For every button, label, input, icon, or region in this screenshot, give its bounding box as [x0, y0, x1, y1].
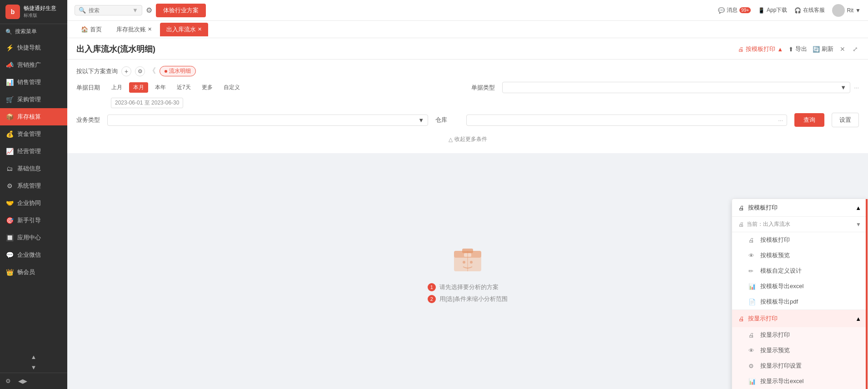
operation-icon: 📈: [5, 147, 14, 155]
filter-row-date-range: 2023-06-01 至 2023-06-30: [76, 98, 859, 108]
date-btn-last-month[interactable]: 上月: [107, 82, 126, 93]
content-area: 1 请先选择要分析的方案 2 用[选]条件来缩小分析范围: [67, 153, 868, 389]
dropdown-display-content: 🖨 按显示打印 👁 按显示预览 ⚙ 按显示打印设置: [732, 327, 868, 389]
sidebar-item-purchase[interactable]: 🛒 采购管理: [0, 91, 67, 108]
dropdown-display-preview[interactable]: 👁 按显示预览: [732, 343, 868, 358]
step-2-label: 用[选]条件来缩小分析范围: [439, 295, 508, 303]
topbar-left: 🔍 ▼ ⚙ 体验行业方案: [75, 4, 713, 17]
topbar-search-icon: 🔍: [79, 7, 86, 14]
warehouse-more-icon[interactable]: ···: [778, 117, 783, 124]
dropdown-current-icon: 🖨: [738, 221, 744, 228]
filter-tag-flow-detail[interactable]: 流水明细: [160, 66, 196, 76]
dropdown-display-print[interactable]: 🖨 按显示打印: [732, 327, 868, 343]
sidebar-item-wechat[interactable]: 💬 企业微信: [0, 246, 67, 264]
tab-batch[interactable]: 库存批次账 ✕: [110, 23, 158, 36]
template-design-icon: ✏: [748, 268, 756, 274]
dropdown-display-header[interactable]: 🖨 按显示打印 ▲: [732, 310, 868, 327]
date-btn-custom[interactable]: 自定义: [219, 82, 244, 93]
sidebar-item-basic[interactable]: 🗂 基础信息: [0, 160, 67, 177]
window-close-button[interactable]: ✕: [839, 45, 846, 53]
display-preview-icon: 👁: [748, 347, 756, 354]
date-btn-this-year[interactable]: 本年: [151, 82, 170, 93]
filter-warehouse-select[interactable]: ···: [466, 115, 787, 126]
date-btn-this-month[interactable]: 本月: [129, 82, 148, 93]
topbar-right: 💬 消息 99+ 📱 App下载 🎧 在线客服 Rit ▼: [718, 4, 861, 17]
topbar-search-box[interactable]: 🔍 ▼: [75, 5, 142, 15]
topbar-gear-icon[interactable]: ⚙: [146, 6, 152, 15]
empty-step-1: 1 请先选择要分析的方案: [428, 283, 508, 291]
sidebar-search[interactable]: 🔍 搜索菜单: [0, 24, 67, 39]
online-service-button[interactable]: 🎧 在线客服: [794, 6, 825, 14]
filter-doctype-select[interactable]: ▼: [502, 82, 850, 93]
date-btn-7days[interactable]: 近7天: [173, 82, 195, 93]
sidebar-item-guide[interactable]: 🎯 新手引导: [0, 212, 67, 229]
sidebar-item-quick-nav[interactable]: ⚡ 快捷导航: [0, 39, 67, 56]
app-download-button[interactable]: 📱 App下载: [758, 6, 787, 14]
template-preview-icon: 👁: [748, 252, 756, 259]
wechat-icon: 💬: [5, 251, 14, 259]
main-content: 🔍 ▼ ⚙ 体验行业方案 💬 消息 99+ 📱 App下载 🎧 在线客服: [67, 0, 868, 389]
dropdown-display-settings[interactable]: ⚙ 按显示打印设置: [732, 358, 868, 374]
service-icon: 🎧: [794, 7, 801, 14]
dropdown-display-export-excel[interactable]: 📊 按显示导出excel: [732, 374, 868, 389]
home-icon: 🏠: [81, 26, 88, 33]
guide-icon: 🎯: [5, 216, 14, 224]
print-template-button[interactable]: 🖨 按模板打印 ▲: [738, 45, 783, 53]
sidebar-scroll-down[interactable]: ▼: [0, 362, 67, 373]
topbar-search-input[interactable]: [89, 7, 130, 14]
display-print-label: 按显示打印: [760, 331, 790, 339]
tab-batch-close-icon[interactable]: ✕: [148, 26, 152, 32]
tab-flow-close-icon[interactable]: ✕: [198, 26, 202, 32]
export-button[interactable]: ⬆ 导出: [788, 45, 807, 53]
sidebar-item-sales[interactable]: 📊 销售管理: [0, 74, 67, 91]
sidebar-item-marketing[interactable]: 📣 营销推广: [0, 56, 67, 74]
sidebar-item-finance[interactable]: 💰 资金管理: [0, 125, 67, 143]
tab-flow[interactable]: 出入库流水 ✕: [160, 23, 208, 36]
purchase-icon: 🛒: [5, 95, 14, 104]
dropdown-template-export-pdf[interactable]: 📄 按模板导出pdf: [732, 294, 868, 309]
sidebar-item-label: 基础信息: [17, 165, 41, 173]
dropdown-template-print[interactable]: 🖨 按模板打印: [732, 232, 868, 248]
filter-add-button[interactable]: +: [121, 66, 131, 76]
date-btn-more[interactable]: 更多: [198, 82, 217, 93]
sidebar-collapse-icon[interactable]: ◀▶: [18, 378, 27, 384]
printer-icon: 🖨: [738, 46, 744, 53]
dropdown-title: 按模板打印: [748, 204, 778, 212]
message-button[interactable]: 💬 消息 99+: [718, 6, 751, 14]
sidebar-item-app-center[interactable]: 🔲 应用中心: [0, 229, 67, 246]
display-section-chevron: ▲: [855, 315, 861, 322]
dropdown-main-header[interactable]: 🖨 按模板打印 ▲: [732, 199, 868, 216]
industry-solution-button[interactable]: 体验行业方案: [156, 4, 206, 17]
dropdown-template-export-excel[interactable]: 📊 按模板导出excel: [732, 279, 868, 294]
collapse-bar[interactable]: △ 收起更多条件: [76, 132, 859, 147]
dropdown-current-header[interactable]: 🖨 当前：出入库流水 ▼: [732, 217, 868, 232]
template-excel-icon: 📊: [748, 283, 756, 290]
filter-business-select[interactable]: ▼: [107, 115, 428, 126]
sidebar-item-inventory[interactable]: 📦 库存核算: [0, 108, 67, 125]
svg-point-5: [463, 261, 465, 264]
topbar-search-dropdown-icon: ▼: [132, 7, 138, 14]
sidebar-item-corp[interactable]: 🤝 企业协同: [0, 194, 67, 212]
query-button[interactable]: 查询: [794, 113, 824, 127]
sidebar-item-operation[interactable]: 📈 经营管理: [0, 143, 67, 160]
message-badge: 99+: [739, 7, 751, 13]
filter-collapse-icon[interactable]: 《: [149, 66, 156, 76]
dropdown-template-preview[interactable]: 👁 按模板预览: [732, 248, 868, 263]
dropdown-resize-handle[interactable]: [866, 199, 868, 389]
doctype-more-icon[interactable]: ···: [854, 84, 859, 91]
sidebar-scroll-up[interactable]: ▲: [0, 352, 67, 362]
window-expand-button[interactable]: ⤢: [852, 45, 859, 53]
filter-settings-button[interactable]: ⚙: [135, 66, 145, 76]
settings-button[interactable]: 设置: [832, 113, 859, 127]
refresh-button[interactable]: 🔄 刷新: [813, 45, 833, 53]
filter-tag-label: 流水明细: [169, 67, 191, 75]
sidebar-item-vip[interactable]: 👑 畅会员: [0, 264, 67, 281]
sidebar-item-label: 快捷导航: [17, 44, 41, 52]
user-avatar-area[interactable]: Rit ▼: [832, 4, 861, 17]
sidebar-settings-icon[interactable]: ⚙: [5, 378, 11, 384]
sidebar-item-system[interactable]: ⚙ 系统管理: [0, 177, 67, 194]
tab-home[interactable]: 🏠 首页: [75, 23, 108, 36]
dropdown-template-design[interactable]: ✏ 模板自定义设计: [732, 263, 868, 279]
sidebar: b 畅捷通好生意 标准版 🔍 搜索菜单 ⚡ 快捷导航 📣 营销推广 📊 销售管理…: [0, 0, 67, 389]
export-icon: ⬆: [788, 46, 793, 53]
